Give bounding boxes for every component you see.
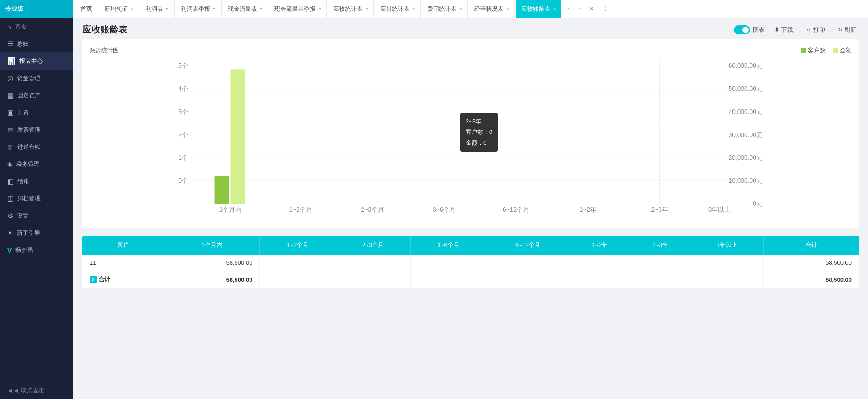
page-title: 应收账龄表 <box>82 24 127 36</box>
tab-cashflow[interactable]: 现金流量表 × <box>222 0 269 18</box>
table-row: 11 58,500.00 58,500.00 <box>82 255 859 271</box>
sidebar-item-asset[interactable]: ▦ 固定资产 <box>0 87 73 104</box>
download-icon: ⬇ <box>774 26 779 33</box>
tab-receivable-aging[interactable]: 应收账龄表 × <box>516 0 562 18</box>
svg-text:4个: 4个 <box>179 86 189 92</box>
home-icon: ⌂ <box>7 23 11 31</box>
tab-expense-stats-label: 费用统计表 <box>427 5 457 13</box>
ledger-icon: ☰ <box>7 40 13 48</box>
svg-text:3年以上: 3年以上 <box>708 206 731 213</box>
svg-text:3~6个月: 3~6个月 <box>433 206 456 213</box>
total-label-cell: Σ 合计 <box>82 271 164 289</box>
tab-profit-quarter[interactable]: 利润表季报 × <box>175 0 222 18</box>
invoice-icon: ▤ <box>7 126 14 134</box>
download-btn[interactable]: ⬇ 下载 <box>772 24 796 36</box>
tab-business-status-close[interactable]: × <box>506 6 509 11</box>
sidebar-item-archive[interactable]: ◫ 归档管理 <box>0 190 73 207</box>
sidebar-item-tax[interactable]: ◈ 税务管理 <box>0 156 73 173</box>
sidebar-item-vip[interactable]: V 畅会员 <box>0 242 73 259</box>
sidebar-item-report[interactable]: 📊 报表中心 <box>0 52 73 70</box>
tab-cashflow-quarter-close[interactable]: × <box>318 6 321 11</box>
sidebar-collapse-label: 取消固定 <box>21 386 44 394</box>
cell-customer: 11 <box>82 255 164 271</box>
chart-section: 账龄统计图 客户数 金额 5个 4个 3个 2个 1个 <box>82 39 859 228</box>
tab-cashflow-close[interactable]: × <box>260 6 263 11</box>
cell-m1: 58,500.00 <box>164 255 260 271</box>
legend-amount: 金额 <box>833 47 852 55</box>
cell-m23 <box>335 255 411 271</box>
tab-voucher[interactable]: 新增凭证 × <box>99 0 139 18</box>
tab-receivable-stats-close[interactable]: × <box>365 6 368 11</box>
legend-amount-dot <box>833 48 838 53</box>
th-m612: 6~12个月 <box>486 236 570 255</box>
total-label-text: 合计 <box>99 276 110 284</box>
tab-business-status[interactable]: 经营状况表 × <box>469 0 515 18</box>
sidebar-label-purchase: 进销台账 <box>17 143 41 151</box>
tab-nav-prev[interactable]: ‹ <box>562 4 573 14</box>
cell-total: 58,500.00 <box>764 255 859 271</box>
tab-profit-quarter-label: 利润表季报 <box>181 5 210 13</box>
svg-text:1个月内: 1个月内 <box>219 206 242 213</box>
print-label: 打印 <box>813 26 825 34</box>
sidebar-label-guide: 新手引导 <box>17 229 40 237</box>
legend-amount-label: 金额 <box>840 47 852 55</box>
page-actions: 图表 ⬇ 下载 🖨 打印 ↻ 刷新 <box>734 24 859 36</box>
svg-text:2~3年: 2~3年 <box>651 206 668 213</box>
tab-receivable-aging-label: 应收账龄表 <box>521 5 551 13</box>
sidebar-label-vip: 畅会员 <box>15 246 33 254</box>
tab-receivable-stats-label: 应收统计表 <box>333 5 363 13</box>
tab-home[interactable]: 首页 <box>75 0 98 18</box>
fund-icon: ◎ <box>7 74 13 82</box>
sidebar-item-fund[interactable]: ◎ 资金管理 <box>0 70 73 87</box>
bar-customers-0 <box>215 176 229 204</box>
tab-profit-close[interactable]: × <box>166 6 169 11</box>
main-content: 首页 新增凭证 × 利润表 × 利润表季报 × 现金流量表 × 现金流量表季报 … <box>73 0 868 399</box>
tab-cashflow-label: 现金流量表 <box>228 5 257 13</box>
chart-area: 5个 4个 3个 2个 1个 0个 60,000.00元 50,000.00元 … <box>90 58 852 221</box>
th-m12: 1~2个月 <box>260 236 335 255</box>
tab-receivable-aging-close[interactable]: × <box>553 6 556 11</box>
chart-toggle[interactable] <box>734 25 750 34</box>
sidebar-collapse-btn[interactable]: ◄◄ 取消固定 <box>0 382 73 399</box>
sidebar-label-close: 结账 <box>17 177 29 185</box>
sidebar-item-purchase[interactable]: ▥ 进销台账 <box>0 138 73 156</box>
sidebar-logo: 专业版 <box>0 0 73 18</box>
sidebar-item-ledger[interactable]: ☰ 总账 <box>0 35 73 52</box>
th-m36: 3~6个月 <box>410 236 486 255</box>
tab-cashflow-quarter-label: 现金流量表季报 <box>274 5 316 13</box>
tab-payable-stats-close[interactable]: × <box>412 6 415 11</box>
chart-toggle-label: 图表 <box>753 26 764 34</box>
sidebar-label-fund: 资金管理 <box>17 74 40 82</box>
tab-profit-quarter-close[interactable]: × <box>213 6 216 11</box>
tab-payable-stats[interactable]: 应付统计表 × <box>375 0 421 18</box>
legend-customers: 客户数 <box>801 47 826 55</box>
svg-text:1个: 1个 <box>179 154 189 161</box>
sidebar-label-ledger: 总账 <box>17 40 28 48</box>
tab-expense-stats-close[interactable]: × <box>459 6 462 11</box>
total-m23 <box>335 271 411 289</box>
tab-payable-stats-label: 应付统计表 <box>380 5 410 13</box>
sidebar-item-home[interactable]: ⌂ 首页 <box>0 18 73 35</box>
table-header-row: 客户 1个月内 1~2个月 2~3个月 3~6个月 6~12个月 1~2年 2~… <box>82 236 859 255</box>
sidebar-label-report: 报表中心 <box>19 57 43 65</box>
chart-svg: 5个 4个 3个 2个 1个 0个 60,000.00元 50,000.00元 … <box>90 58 852 221</box>
tab-receivable-stats[interactable]: 应收统计表 × <box>328 0 374 18</box>
table-section: 客户 1个月内 1~2个月 2~3个月 3~6个月 6~12个月 1~2年 2~… <box>82 236 859 289</box>
chart-legend: 客户数 金额 <box>801 47 852 55</box>
tab-expense-stats[interactable]: 费用统计表 × <box>422 0 468 18</box>
sidebar-item-settings[interactable]: ⚙ 设置 <box>0 207 73 224</box>
sidebar-item-close-accounts[interactable]: ◧ 结账 <box>0 173 73 190</box>
sidebar-item-guide[interactable]: ✦ 新手引导 <box>0 224 73 242</box>
print-btn[interactable]: 🖨 打印 <box>803 24 828 36</box>
tab-close-all-btn[interactable]: ✕ <box>586 4 597 14</box>
tab-profit[interactable]: 利润表 × <box>140 0 175 18</box>
tab-cashflow-quarter[interactable]: 现金流量表季报 × <box>269 0 327 18</box>
tab-voucher-close[interactable]: × <box>131 6 133 11</box>
sidebar-item-invoice[interactable]: ▤ 发票管理 <box>0 121 73 138</box>
refresh-btn[interactable]: ↻ 刷新 <box>835 24 859 36</box>
svg-text:1~2年: 1~2年 <box>580 206 596 213</box>
tab-expand-btn[interactable]: ⛶ <box>598 4 609 14</box>
tab-nav-next[interactable]: › <box>574 4 585 14</box>
legend-customers-dot <box>801 48 806 53</box>
sidebar-item-salary[interactable]: ▣ 工资 <box>0 104 73 121</box>
